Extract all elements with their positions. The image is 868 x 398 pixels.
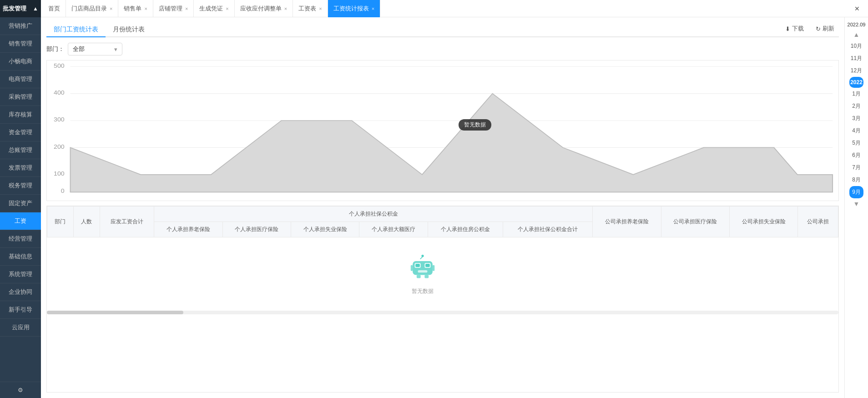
col-department: 部门 <box>47 207 74 237</box>
timeline-item-6月[interactable]: 6月 <box>848 149 865 161</box>
svg-text:100: 100 <box>54 171 65 177</box>
sidebar-item-发票管理[interactable]: 发票管理 <box>0 159 41 177</box>
window-close-button[interactable]: ✕ <box>852 3 863 14</box>
refresh-icon: ↻ <box>816 25 821 32</box>
sidebar-item-企业协同[interactable]: 企业协同 <box>0 283 41 301</box>
sidebar-item-固定资产[interactable]: 固定资产 <box>0 195 41 212</box>
tab-close-1[interactable]: × <box>110 6 112 11</box>
svg-line-19 <box>420 257 422 259</box>
svg-text:500: 500 <box>54 63 65 69</box>
timeline-up-button[interactable]: ▲ <box>851 29 862 40</box>
tab-bar-right: ✕ <box>848 3 866 14</box>
no-data-area: 暂无数据 <box>47 237 798 309</box>
col-personal-total: 个人承担社保公积金合计 <box>503 222 593 237</box>
svg-rect-21 <box>418 270 427 272</box>
tab-close-5[interactable]: × <box>284 6 287 11</box>
svg-text:0: 0 <box>61 188 65 194</box>
svg-rect-23 <box>433 265 434 271</box>
tab-0[interactable]: 首页 <box>43 0 66 17</box>
sidebar-item-电商管理[interactable]: 电商管理 <box>0 71 41 88</box>
col-company-other: 公司承担 <box>798 207 838 237</box>
action-bar: ⬇ 下载 ↻ 刷新 <box>781 23 839 36</box>
timeline-item-10月[interactable]: 10月 <box>848 40 865 52</box>
timeline-down-button[interactable]: ▼ <box>851 198 862 209</box>
tab-6[interactable]: 工资表× <box>293 0 328 17</box>
timeline-item-2022[interactable]: 2022 <box>849 77 863 88</box>
sidebar-item-基础信息[interactable]: 基础信息 <box>0 248 41 266</box>
svg-marker-13 <box>71 94 833 192</box>
col-headcount: 人数 <box>73 207 100 237</box>
tab-7[interactable]: 工资统计报表× <box>328 0 380 17</box>
tab-2[interactable]: 销售单× <box>118 0 153 17</box>
sidebar-item-营销推广[interactable]: 营销推广 <box>0 17 41 35</box>
filter-label: 部门： <box>46 45 64 53</box>
svg-rect-25 <box>424 275 429 278</box>
svg-point-20 <box>421 255 424 257</box>
download-button[interactable]: ⬇ 下载 <box>781 23 808 35</box>
sub-tabs: 部门工资统计表 月份统计表 ⬇ 下载 ↻ 刷新 <box>46 23 839 37</box>
sidebar-item-总账管理[interactable]: 总账管理 <box>0 141 41 159</box>
sub-tab-monthly[interactable]: 月份统计表 <box>106 23 152 37</box>
sidebar-header[interactable]: 批发管理 ▲ <box>0 0 41 17</box>
tab-4[interactable]: 生成凭证× <box>194 0 234 17</box>
col-personal-unemployment: 个人承担失业保险 <box>291 222 359 237</box>
timeline-item-11月[interactable]: 11月 <box>848 52 865 65</box>
sidebar-item-新手引导[interactable]: 新手引导 <box>0 301 41 319</box>
svg-text:200: 200 <box>54 144 65 150</box>
col-company-pension: 公司承担养老保险 <box>593 207 661 237</box>
sidebar-item-库存核算[interactable]: 库存核算 <box>0 106 41 124</box>
chevron-down-icon: ▾ <box>114 46 117 53</box>
settings-icon: ⚙ <box>18 387 23 393</box>
timeline-item-12月[interactable]: 12月 <box>848 65 865 77</box>
sidebar-item-税务管理[interactable]: 税务管理 <box>0 177 41 195</box>
sidebar-item-销售管理[interactable]: 销售管理 <box>0 35 41 53</box>
empty-text: 暂无数据 <box>61 287 784 295</box>
timeline-item-1月[interactable]: 1月 <box>848 88 865 100</box>
timeline-item-7月[interactable]: 7月 <box>848 161 865 174</box>
table-wrapper[interactable]: 部门 人数 应发工资合计 个人承担社保公积金 公司承担养老保险 公司承担医疗保险… <box>46 206 839 393</box>
timeline-item-3月[interactable]: 3月 <box>848 112 865 125</box>
sidebar-item-小畅电商[interactable]: 小畅电商 <box>0 53 41 71</box>
tab-3[interactable]: 店铺管理× <box>153 0 194 17</box>
tab-close-6[interactable]: × <box>319 6 322 11</box>
sidebar-item-云应用[interactable]: 云应用 <box>0 319 41 337</box>
sidebar-item-资金管理[interactable]: 资金管理 <box>0 124 41 141</box>
timeline-item-9月[interactable]: 9月 <box>849 186 863 198</box>
svg-rect-22 <box>410 265 412 271</box>
no-data-row: 暂无数据 <box>47 237 838 309</box>
department-select[interactable]: 全部 ▾ <box>68 43 122 55</box>
col-company-medical: 公司承担医疗保险 <box>661 207 729 237</box>
tab-1[interactable]: 门店商品目录× <box>66 0 118 17</box>
tab-5[interactable]: 应收应付调整单× <box>235 0 293 17</box>
tab-close-4[interactable]: × <box>226 6 228 11</box>
col-personal-housing-fund: 个人承担住房公积金 <box>428 222 503 237</box>
col-company-unemployment: 公司承担失业保险 <box>729 207 797 237</box>
sidebar-item-采购管理[interactable]: 采购管理 <box>0 88 41 106</box>
timeline-item-8月[interactable]: 8月 <box>848 174 865 186</box>
content-area: 部门工资统计表 月份统计表 ⬇ 下载 ↻ 刷新 部门： 全部 <box>41 17 868 398</box>
sidebar-item-经营管理[interactable]: 经营管理 <box>0 230 41 248</box>
tab-close-2[interactable]: × <box>144 6 147 11</box>
timeline-item-2月[interactable]: 2月 <box>848 100 865 112</box>
timeline-item-4月[interactable]: 4月 <box>848 125 865 137</box>
svg-rect-17 <box>415 264 420 267</box>
tab-close-7[interactable]: × <box>372 6 374 11</box>
sidebar: 批发管理 ▲ 营销推广销售管理小畅电商电商管理采购管理库存核算资金管理总账管理发… <box>0 0 41 398</box>
svg-text:300: 300 <box>54 116 65 123</box>
chart-area: 500 400 300 200 100 0 <box>46 60 839 201</box>
robot-icon <box>407 251 439 283</box>
download-icon: ⬇ <box>785 25 790 32</box>
sidebar-toggle-icon[interactable]: ▲ <box>33 5 38 12</box>
sidebar-item-工资[interactable]: 工资 <box>0 212 41 230</box>
sidebar-item-系统管理[interactable]: 系统管理 <box>0 266 41 283</box>
col-personal-medical: 个人承担医疗保险 <box>222 222 291 237</box>
timeline-item-5月[interactable]: 5月 <box>848 137 865 149</box>
tab-close-3[interactable]: × <box>185 6 188 11</box>
col-group-personal: 个人承担社保公积金 <box>154 207 593 222</box>
filter-row: 部门： 全部 ▾ <box>46 43 839 55</box>
svg-rect-24 <box>417 275 421 278</box>
chart-tooltip: 暂无数据 <box>459 119 491 131</box>
refresh-button[interactable]: ↻ 刷新 <box>811 23 839 35</box>
sidebar-settings[interactable]: ⚙ <box>0 382 41 398</box>
sub-tab-department[interactable]: 部门工资统计表 <box>46 23 106 37</box>
